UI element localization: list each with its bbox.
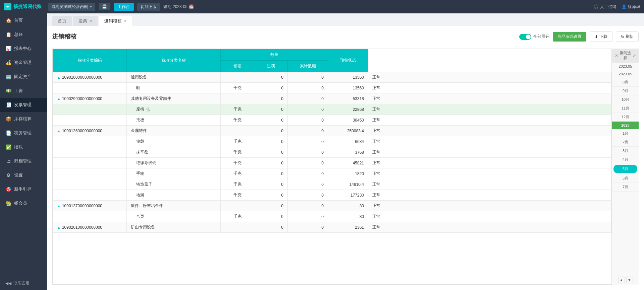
- collapse-btn[interactable]: ▲: [57, 225, 61, 229]
- period-item[interactable]: 3月: [612, 147, 639, 155]
- collapse-btn[interactable]: ▲: [57, 204, 61, 208]
- table-row-total: 30: [328, 211, 368, 222]
- period-item[interactable]: 7月: [612, 183, 639, 192]
- collapse-btn[interactable]: ▲: [57, 75, 61, 79]
- unpin-btn[interactable]: ◀◀ 取消固定: [0, 276, 47, 290]
- archive-icon: 🗂: [5, 158, 11, 164]
- period-item[interactable]: 6月: [612, 174, 639, 183]
- refresh-icon: ↻: [621, 34, 624, 39]
- col-purchase: 进项: [254, 61, 288, 72]
- table-row-sales: 0: [254, 190, 288, 201]
- sidebar-item-home[interactable]: 🏠 首页: [0, 13, 47, 27]
- product-code-btn[interactable]: 商品编码设置: [553, 32, 586, 42]
- tab-invoice[interactable]: 发票 ✕: [73, 16, 98, 26]
- table-row-sales: 0: [254, 211, 288, 222]
- tab-reconcile[interactable]: 进销稽核 ✕: [99, 16, 132, 26]
- right-panel-close-btn[interactable]: ✕: [615, 53, 618, 58]
- table-row-total: 14810.4: [328, 179, 368, 190]
- right-panel-expand-btn[interactable]: ⤢: [633, 53, 636, 58]
- table-row-total: 53318: [328, 93, 368, 104]
- sidebar-item-settlement[interactable]: ✅ 结账: [0, 140, 47, 154]
- sidebar-item-inventory[interactable]: 📦 库存核算: [0, 112, 47, 126]
- col-sales: 销项: [221, 61, 254, 72]
- download-btn[interactable]: ⬇ 下载: [590, 31, 612, 42]
- payroll-icon: 💵: [5, 88, 11, 94]
- period-item[interactable]: 2023: [612, 122, 639, 129]
- funds-icon: 💰: [5, 60, 11, 66]
- period-nav: ▲ ▼: [612, 275, 639, 285]
- sidebar: 🏠 首页 📋 总账 📊 报表中心 💰 资金管理 🏢 固定资产 💵 工资 🧾 发票…: [0, 13, 47, 290]
- period-item[interactable]: 10月: [612, 95, 639, 104]
- main-layout: 🏠 首页 📋 总账 📊 报表中心 💰 资金管理 🏢 固定资产 💵 工资 🧾 发票…: [0, 13, 644, 290]
- switch-old-btn[interactable]: 切到旧版: [137, 3, 160, 11]
- table-row-code: [53, 83, 127, 93]
- search-icon[interactable]: 🔍: [146, 107, 150, 112]
- period-item[interactable]: 12月: [612, 113, 639, 122]
- collapse-btn[interactable]: ▲: [57, 97, 61, 101]
- table-row-name: 矿山专用设备: [127, 222, 221, 233]
- period-item[interactable]: 1月: [612, 129, 639, 138]
- tab-invoice-close[interactable]: ✕: [89, 19, 92, 23]
- table-row-code: [53, 136, 127, 147]
- table-row-warning: 正常: [368, 104, 611, 115]
- topbar-right: 🎧 人工咨询 👤 徐泽华: [594, 4, 640, 10]
- sidebar-item-assets[interactable]: 🏢 固定资产: [0, 70, 47, 84]
- table-row-sales: 0: [254, 158, 288, 168]
- expand-toggle[interactable]: [519, 34, 531, 40]
- period-display: 账期 2023-05 📅: [163, 4, 194, 10]
- table-row-purchase: 0: [288, 222, 328, 233]
- table-row-warning: 正常: [368, 190, 611, 201]
- sidebar-item-guide[interactable]: 🎯 新手引导: [0, 182, 47, 196]
- inventory-icon: 📦: [5, 116, 11, 122]
- period-item[interactable]: 2月: [612, 138, 639, 147]
- col-warning: 预警状态: [328, 49, 368, 72]
- table-row-name: 绝缘导线壳: [127, 158, 221, 168]
- workbench-btn[interactable]: 工作台: [114, 3, 134, 11]
- period-item[interactable]: 2023.05: [612, 70, 639, 78]
- period-down-btn[interactable]: ▼: [626, 277, 633, 283]
- sidebar-item-settings[interactable]: ⚙ 设置: [0, 168, 47, 182]
- table-row-name: 铸造盖子: [127, 179, 221, 190]
- table-row-purchase: 0: [288, 211, 328, 222]
- sidebar-item-funds[interactable]: 💰 资金管理: [0, 56, 47, 70]
- member-icon: 👑: [5, 200, 11, 206]
- table-row-code: [53, 115, 127, 126]
- support-btn[interactable]: 🎧 人工咨询: [594, 4, 616, 10]
- table-row-purchase: 0: [288, 93, 328, 104]
- period-item[interactable]: 5月: [613, 165, 637, 173]
- company-selector[interactable]: 沈海英测试经营勿删 ▾: [48, 3, 95, 11]
- tab-home[interactable]: 首页: [52, 16, 72, 26]
- toggle-knob: [526, 34, 531, 39]
- period-item[interactable]: 8月: [612, 78, 639, 87]
- period-up-btn[interactable]: ▲: [618, 277, 625, 283]
- table-row-purchase: 0: [288, 147, 328, 158]
- sidebar-item-payroll[interactable]: 💵 工资: [0, 84, 47, 98]
- save-btn[interactable]: 💾: [99, 3, 110, 10]
- sidebar-item-archive[interactable]: 🗂 归档管理: [0, 154, 47, 168]
- period-item[interactable]: 11月: [612, 104, 639, 113]
- table-row-sales: 0: [254, 72, 288, 83]
- table-row-unit: [221, 126, 254, 136]
- tab-reconcile-close[interactable]: ✕: [124, 19, 127, 23]
- table-row-code: [53, 179, 127, 190]
- period-item[interactable]: 2023.05: [612, 63, 639, 70]
- table-row-purchase: 0: [288, 168, 328, 179]
- sidebar-item-invoice[interactable]: 🧾 发票管理: [0, 98, 47, 112]
- table-row-code: [53, 104, 127, 115]
- table-row-warning: 正常: [368, 83, 611, 93]
- table-row-purchase: 0: [288, 83, 328, 93]
- refresh-btn[interactable]: ↻ 刷新: [616, 31, 639, 42]
- period-item[interactable]: 9月: [612, 87, 639, 95]
- collapse-btn[interactable]: ▲: [57, 129, 61, 133]
- table-row-warning: 正常: [368, 201, 611, 211]
- sidebar-item-member[interactable]: 👑 畅会员: [0, 196, 47, 210]
- table-row-sales: 0: [254, 126, 288, 136]
- sidebar-item-ledger[interactable]: 📋 总账: [0, 27, 47, 42]
- sidebar-item-reports[interactable]: 📊 报表中心: [0, 42, 47, 56]
- topbar: 畅捷通易代账 沈海英测试经营勿删 ▾ 💾 工作台 切到旧版 账期 2023-05…: [0, 0, 644, 13]
- expand-toggle-wrap: 全部展开: [519, 34, 549, 40]
- right-panel: ✕ 期间选择 ⤢ 2023.052023.058月9月10月11月12月2023…: [612, 49, 639, 285]
- sidebar-item-tax[interactable]: 📑 税务管理: [0, 126, 47, 140]
- period-item[interactable]: 4月: [612, 155, 639, 164]
- user-menu[interactable]: 👤 徐泽华: [622, 4, 640, 10]
